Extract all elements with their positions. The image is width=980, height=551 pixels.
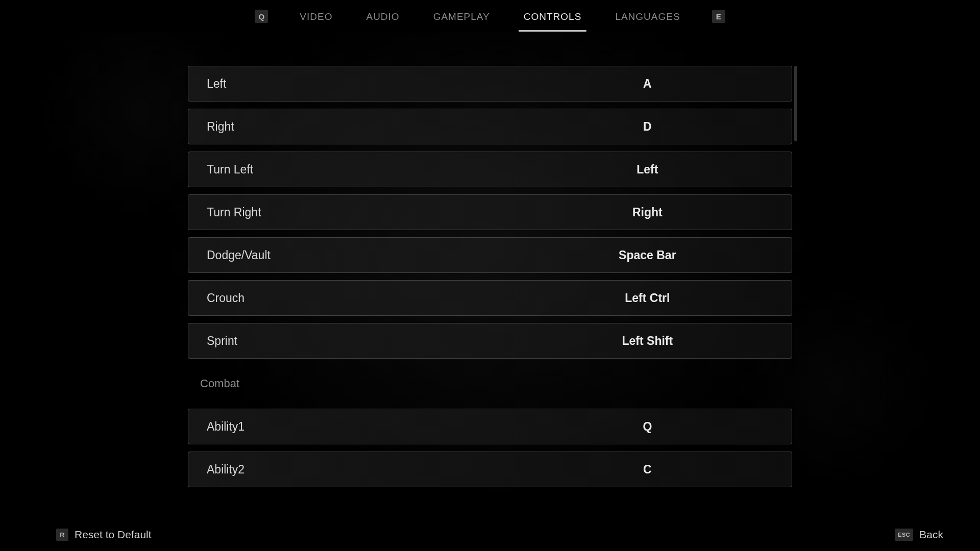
tab-prev-keyhint: Q xyxy=(255,10,268,23)
tab-video[interactable]: VIDEO xyxy=(298,1,334,32)
section-header-combat: Combat xyxy=(188,366,792,402)
binding-action-label: Ability2 xyxy=(207,463,520,477)
bindings-list: LeftARightDTurn LeftLeftTurn RightRightD… xyxy=(188,66,792,487)
binding-key-value: D xyxy=(520,120,775,134)
scrollbar-thumb[interactable] xyxy=(794,66,797,141)
back-label: Back xyxy=(919,529,943,541)
bindings-scroll-area: LeftARightDTurn LeftLeftTurn RightRightD… xyxy=(188,66,792,492)
binding-action-label: Turn Right xyxy=(207,206,520,219)
back-button[interactable]: ESC Back xyxy=(895,529,943,541)
binding-key-value: A xyxy=(520,77,775,91)
binding-action-label: Crouch xyxy=(207,291,520,305)
binding-key-value: Right xyxy=(520,206,775,219)
binding-row[interactable]: CrouchLeft Ctrl xyxy=(188,280,792,316)
back-keyhint: ESC xyxy=(895,529,913,541)
binding-row[interactable]: Dodge/VaultSpace Bar xyxy=(188,237,792,273)
tab-gameplay[interactable]: GAMEPLAY xyxy=(431,1,492,32)
reset-to-default-button[interactable]: R Reset to Default xyxy=(56,529,152,541)
binding-key-value: Q xyxy=(520,420,775,434)
binding-row[interactable]: Turn RightRight xyxy=(188,194,792,230)
binding-action-label: Left xyxy=(207,77,520,91)
tab-controls[interactable]: CONTROLS xyxy=(522,1,584,32)
binding-row[interactable]: SprintLeft Shift xyxy=(188,323,792,359)
binding-key-value: Left Ctrl xyxy=(520,291,775,305)
binding-row[interactable]: RightD xyxy=(188,109,792,144)
reset-keyhint: R xyxy=(56,529,68,541)
settings-tabs: Q VIDEOAUDIOGAMEPLAYCONTROLSLANGUAGES E xyxy=(0,0,980,33)
binding-action-label: Right xyxy=(207,120,520,134)
scrollbar-track[interactable] xyxy=(794,66,797,492)
tab-audio[interactable]: AUDIO xyxy=(364,1,401,32)
binding-row[interactable]: Ability1Q xyxy=(188,409,792,444)
binding-key-value: Left xyxy=(520,163,775,177)
tab-languages[interactable]: LANGUAGES xyxy=(613,1,682,32)
binding-row[interactable]: Turn LeftLeft xyxy=(188,152,792,187)
binding-action-label: Sprint xyxy=(207,334,520,348)
binding-key-value: Space Bar xyxy=(520,248,775,262)
tab-group: VIDEOAUDIOGAMEPLAYCONTROLSLANGUAGES xyxy=(298,1,682,32)
binding-action-label: Dodge/Vault xyxy=(207,248,520,262)
footer-bar: R Reset to Default ESC Back xyxy=(0,518,980,551)
binding-action-label: Ability1 xyxy=(207,420,520,434)
binding-row[interactable]: Ability2C xyxy=(188,452,792,487)
binding-key-value: C xyxy=(520,463,775,477)
binding-key-value: Left Shift xyxy=(520,334,775,348)
binding-action-label: Turn Left xyxy=(207,163,520,177)
reset-label: Reset to Default xyxy=(75,529,152,541)
tab-next-keyhint: E xyxy=(712,10,725,23)
binding-row[interactable]: LeftA xyxy=(188,66,792,102)
controls-panel: LeftARightDTurn LeftLeftTurn RightRightD… xyxy=(0,33,980,518)
